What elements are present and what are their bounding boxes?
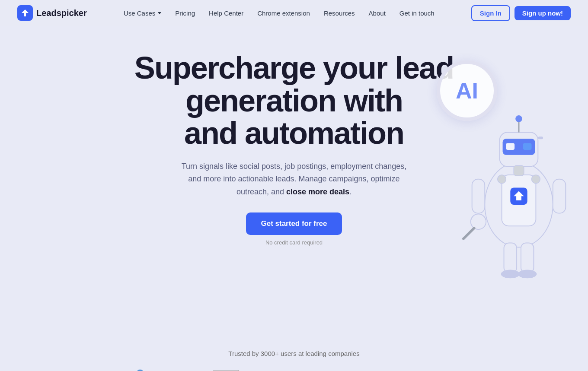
- hero-subtitle-text: Turn signals like social posts, job post…: [171, 176, 417, 198]
- svg-rect-26: [581, 153, 588, 155]
- chevron-down-icon: ▾: [158, 10, 160, 15]
- svg-rect-21: [514, 217, 566, 225]
- nav-item-about[interactable]: About: [368, 9, 384, 17]
- hero-title-line2: generation with: [179, 94, 409, 129]
- hero-title-line3: and automation: [178, 128, 410, 163]
- svg-rect-14: [510, 145, 523, 148]
- logo-icon: [17, 5, 33, 21]
- cta-button[interactable]: Get started for free: [249, 227, 339, 248]
- trusted-label: Trusted by 3000+ users at leading compan…: [9, 354, 579, 361]
- svg-rect-18: [578, 143, 588, 190]
- svg-point-6: [527, 101, 533, 107]
- nav-item-resources[interactable]: Resources: [323, 9, 354, 17]
- svg-rect-27: [581, 157, 587, 159]
- nav-link-resources[interactable]: Resources: [323, 9, 354, 16]
- svg-rect-8: [521, 117, 560, 126]
- nav-link-help[interactable]: Help Center: [208, 9, 242, 16]
- hero-subtitle: Turn signals like social posts, job post…: [164, 174, 424, 213]
- hero-subtitle-end: .: [325, 202, 327, 211]
- svg-rect-17: [487, 143, 502, 190]
- nav-link-pricing[interactable]: Pricing: [174, 9, 194, 16]
- signin-button[interactable]: Sign In: [471, 5, 510, 21]
- nav-item-chrome[interactable]: Chrome extension: [256, 9, 309, 17]
- nav-link-about[interactable]: About: [368, 9, 384, 16]
- svg-point-7: [548, 101, 554, 107]
- nav-item-pricing[interactable]: Pricing: [174, 9, 194, 17]
- svg-rect-22: [519, 225, 538, 276]
- svg-rect-23: [543, 225, 562, 276]
- nav-links: Use Cases ▾ Pricing Help Center Chrome e…: [125, 9, 433, 17]
- signup-button[interactable]: Sign up now!: [515, 6, 571, 20]
- logo-text: Leadspicker: [36, 8, 87, 18]
- nav-item-contact[interactable]: Get in touch: [398, 9, 433, 17]
- trusted-section: Trusted by 3000+ users at leading compan…: [0, 337, 588, 371]
- hero-title: Supercharge your lead generation with an…: [125, 60, 463, 163]
- hero-section: AI: [0, 26, 588, 337]
- svg-point-19: [487, 186, 502, 198]
- hero-title-line1: Supercharge your lead: [125, 60, 463, 95]
- hero-content: Supercharge your lead generation with an…: [117, 60, 471, 259]
- svg-point-24: [516, 271, 540, 283]
- nav-item-help[interactable]: Help Center: [208, 9, 242, 17]
- nav-buttons: Sign In Sign up now!: [471, 5, 571, 21]
- no-credit-text: No credit card required: [125, 253, 463, 259]
- nav-item-use-cases[interactable]: Use Cases ▾: [125, 9, 160, 16]
- svg-rect-16: [510, 149, 519, 152]
- svg-point-25: [540, 271, 565, 283]
- hero-subtitle-bold: close more deals: [261, 202, 324, 211]
- svg-rect-15: [558, 145, 571, 148]
- nav-link-contact[interactable]: Get in touch: [398, 9, 433, 16]
- navbar: Leadspicker Use Cases ▾ Pricing Help Cen…: [0, 0, 588, 26]
- logo-link[interactable]: Leadspicker: [17, 5, 87, 21]
- robot-svg: [484, 78, 588, 302]
- nav-link-chrome[interactable]: Chrome extension: [256, 9, 309, 16]
- nav-link-use-cases[interactable]: Use Cases: [125, 9, 156, 16]
